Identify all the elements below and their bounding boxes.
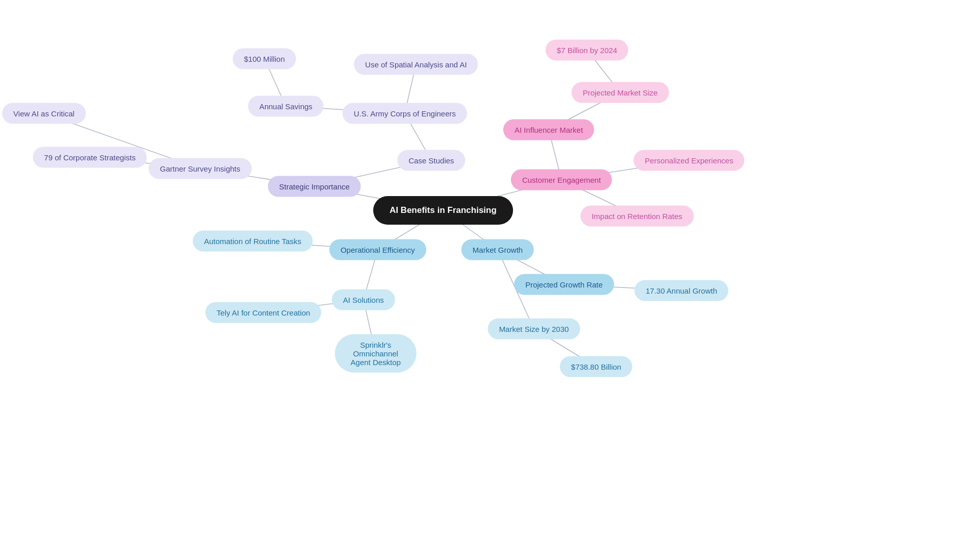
node-view_ai_critical[interactable]: View AI as Critical xyxy=(2,103,86,124)
node-sprinklr[interactable]: Sprinklr's Omnichannel Agent Desktop xyxy=(335,334,416,373)
mind-map: AI Benefits in FranchisingStrategic Impo… xyxy=(0,0,980,553)
node-billion_738[interactable]: $738.80 Billion xyxy=(560,356,632,377)
node-retention_rates[interactable]: Impact on Retention Rates xyxy=(580,206,694,227)
node-corporate_strategists[interactable]: 79 of Corporate Strategists xyxy=(33,147,146,168)
node-personalized_exp[interactable]: Personalized Experiences xyxy=(633,150,744,171)
node-ai_influencer[interactable]: AI Influencer Market xyxy=(503,119,594,140)
node-seven_billion[interactable]: $7 Billion by 2024 xyxy=(546,40,628,61)
node-automation[interactable]: Automation of Routine Tasks xyxy=(193,231,313,252)
node-tely_ai[interactable]: Tely AI for Content Creation xyxy=(205,302,321,323)
node-center[interactable]: AI Benefits in Franchising xyxy=(373,196,513,225)
node-annual_savings[interactable]: Annual Savings xyxy=(248,96,324,117)
node-hundred_million[interactable]: $100 Million xyxy=(233,49,296,69)
node-strategic_importance[interactable]: Strategic Importance xyxy=(268,176,361,197)
node-operational_efficiency[interactable]: Operational Efficiency xyxy=(329,239,426,260)
node-us_army[interactable]: U.S. Army Corps of Engineers xyxy=(342,103,467,124)
node-market_size_2030[interactable]: Market Size by 2030 xyxy=(488,319,580,340)
node-projected_market_size[interactable]: Projected Market Size xyxy=(572,82,669,103)
node-annual_growth[interactable]: 17.30 Annual Growth xyxy=(634,280,728,301)
connection-lines xyxy=(0,0,980,553)
node-projected_growth[interactable]: Projected Growth Rate xyxy=(514,274,614,295)
node-gartner_survey[interactable]: Gartner Survey Insights xyxy=(149,158,252,179)
node-spatial_analysis[interactable]: Use of Spatial Analysis and AI xyxy=(354,54,478,75)
node-case_studies[interactable]: Case Studies xyxy=(397,150,465,171)
node-customer_engagement[interactable]: Customer Engagement xyxy=(511,170,612,190)
node-market_growth[interactable]: Market Growth xyxy=(461,239,534,260)
node-ai_solutions[interactable]: AI Solutions xyxy=(332,290,395,310)
